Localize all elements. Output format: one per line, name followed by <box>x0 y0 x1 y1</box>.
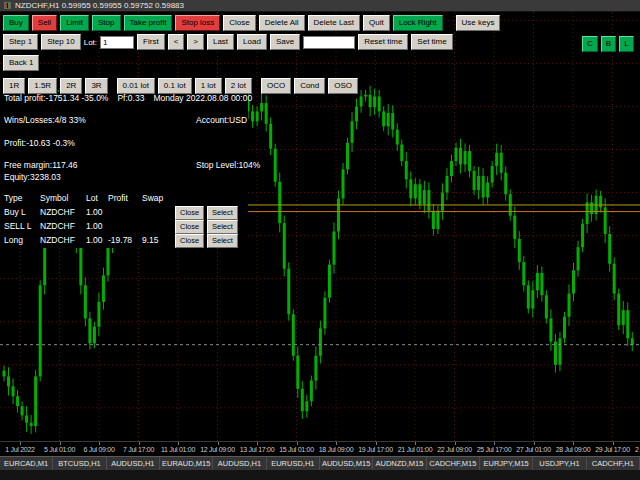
candle <box>590 195 593 222</box>
time-input[interactable] <box>303 36 355 49</box>
btn-step-10[interactable]: Step 10 <box>41 34 81 50</box>
btn-step-1[interactable]: Step 1 <box>3 34 38 50</box>
corner-c-button[interactable]: C <box>582 36 598 52</box>
btn-delete-all[interactable]: Delete All <box>259 15 305 31</box>
candle <box>16 390 19 413</box>
col-header-symbol: Symbol <box>40 193 68 203</box>
positions-table: TypeSymbolLotProfitSwapBuy LNZDCHF1.00Cl… <box>4 192 246 248</box>
candle <box>522 256 525 292</box>
time-axis: 1 Jul 20225 Jul 01:006 Jul 09:007 Jul 17… <box>0 441 640 456</box>
candle <box>549 309 552 350</box>
chart-tab-euraud-m15[interactable]: EURAUD,M15 <box>160 457 213 470</box>
btn-1-lot[interactable]: 1 lot <box>195 78 222 94</box>
time-axis-label: 27 Jul 01:00 <box>516 446 551 453</box>
row-select-button[interactable]: Select <box>207 234 238 248</box>
btn-oso[interactable]: OSO <box>328 78 358 94</box>
btn-1-5r[interactable]: 1.5R <box>28 78 57 94</box>
candle <box>441 183 444 219</box>
btn-delete-last[interactable]: Delete Last <box>308 15 360 31</box>
time-axis-tick <box>494 442 495 445</box>
row-close-button[interactable]: Close <box>175 234 204 248</box>
step-back-button[interactable]: < <box>168 34 185 50</box>
btn-quit[interactable]: Quit <box>363 15 390 31</box>
chart-tab-audusd-h1[interactable]: AUDUSD,H1 <box>107 457 160 470</box>
btn-stop[interactable]: Stop <box>92 15 120 31</box>
chart-tab-usdjpy-h1[interactable]: USDJPY,H1 <box>533 457 586 470</box>
btn-use-keys[interactable]: Use keys <box>456 15 501 31</box>
candle <box>337 191 340 240</box>
btn-load[interactable]: Load <box>237 34 267 50</box>
btn-0-01-lot[interactable]: 0.01 lot <box>117 78 155 94</box>
step-forward-button[interactable]: > <box>187 34 204 50</box>
time-axis-tick <box>376 442 377 445</box>
candle <box>3 366 6 382</box>
time-axis-tick <box>613 442 614 445</box>
btn-save[interactable]: Save <box>270 34 300 50</box>
row-select-button[interactable]: Select <box>207 206 238 220</box>
btn-2r[interactable]: 2R <box>60 78 82 94</box>
time-axis-label: 28 Jul 09:00 <box>556 446 591 453</box>
candle <box>7 367 10 395</box>
time-axis-tick <box>297 442 298 445</box>
candle <box>581 219 584 252</box>
cell-symbol: NZDCHF <box>40 221 75 231</box>
candle <box>527 280 530 313</box>
btn-0-1-lot[interactable]: 0.1 lot <box>158 78 192 94</box>
candle <box>423 181 426 213</box>
time-axis-label: 18 Jul 09:00 <box>319 446 354 453</box>
corner-buttons: CBL <box>582 36 634 52</box>
chart-tab-audusd-h1[interactable]: AUDUSD,H1 <box>213 457 266 470</box>
btn-lock-right[interactable]: Lock Right <box>393 15 443 31</box>
cell-symbol: NZDCHF <box>40 207 75 217</box>
btn-close[interactable]: Close <box>223 15 255 31</box>
btn-2-lot[interactable]: 2 lot <box>225 78 252 94</box>
candle <box>617 289 620 330</box>
btn-reset-time[interactable]: Reset time <box>358 34 408 50</box>
btn-sell[interactable]: Sell <box>32 15 57 31</box>
time-axis-tick <box>99 442 100 445</box>
chart-tab-btcusd-h1[interactable]: BTCUSD,H1 <box>53 457 106 470</box>
row-select-button[interactable]: Select <box>207 220 238 234</box>
btn-back-1[interactable]: Back 1 <box>3 55 39 71</box>
btn-oco[interactable]: OCO <box>261 78 291 94</box>
candle <box>387 104 390 135</box>
stats-line-total: Total profit:-1751.34 -35.0%Pf:0.33Monda… <box>4 93 261 103</box>
btn-3r[interactable]: 3R <box>85 78 107 94</box>
chart-tab-cadchf-h1[interactable]: CADCHF,H1 <box>587 457 640 470</box>
cell-lot: 1.00 <box>86 221 103 231</box>
chart-tab-audnzd-m15[interactable]: AUDNZD,M15 <box>373 457 426 470</box>
candle <box>97 293 100 336</box>
btn-set-time[interactable]: Set time <box>411 34 452 50</box>
btn-buy[interactable]: Buy <box>3 15 29 31</box>
btn-1r[interactable]: 1R <box>3 78 25 94</box>
toolbar-row-4: 1R1.5R2R3R0.01 lot0.1 lot1 lot2 lotOCOCo… <box>3 78 358 94</box>
lot-input[interactable] <box>100 36 134 49</box>
time-axis-label: 29 Jul 17:00 <box>595 446 630 453</box>
chart-tab-eurjpy-m15[interactable]: EURJPY,M15 <box>480 457 533 470</box>
cell-lot: 1.00 <box>86 207 103 217</box>
btn-stop-loss[interactable]: Stop loss <box>175 15 220 31</box>
btn-first[interactable]: First <box>137 34 165 50</box>
btn-take-profit[interactable]: Take profit <box>124 15 173 31</box>
candle <box>558 332 561 371</box>
account-currency-text: Account:USD <box>196 115 247 125</box>
time-axis-label: 11 Jul 01:00 <box>161 446 195 453</box>
btn-cond[interactable]: Cond <box>294 78 325 94</box>
col-header-type: Type <box>4 193 22 203</box>
chart-tab-cadchf-m15[interactable]: CADCHF,M15 <box>427 457 480 470</box>
row-close-button[interactable]: Close <box>175 206 204 220</box>
chart-tab-eurusd-h1[interactable]: EURUSD,H1 <box>267 457 320 470</box>
corner-b-button[interactable]: B <box>601 36 616 52</box>
stop-level-text: Stop Level:104% <box>196 160 260 170</box>
time-axis-label: 21 Jul 01:00 <box>398 446 433 453</box>
candle <box>400 140 403 167</box>
corner-l-button[interactable]: L <box>619 36 633 52</box>
candle <box>328 260 331 303</box>
candle <box>314 347 317 390</box>
chart-tab-audusd-m15[interactable]: AUDUSD,M15 <box>320 457 373 470</box>
chart-tab-eurcad-m1[interactable]: EURCAD,M1 <box>0 457 53 470</box>
row-close-button[interactable]: Close <box>175 220 204 234</box>
candle <box>88 312 91 350</box>
btn-last[interactable]: Last <box>207 34 234 50</box>
btn-limit[interactable]: Limit <box>60 15 89 31</box>
